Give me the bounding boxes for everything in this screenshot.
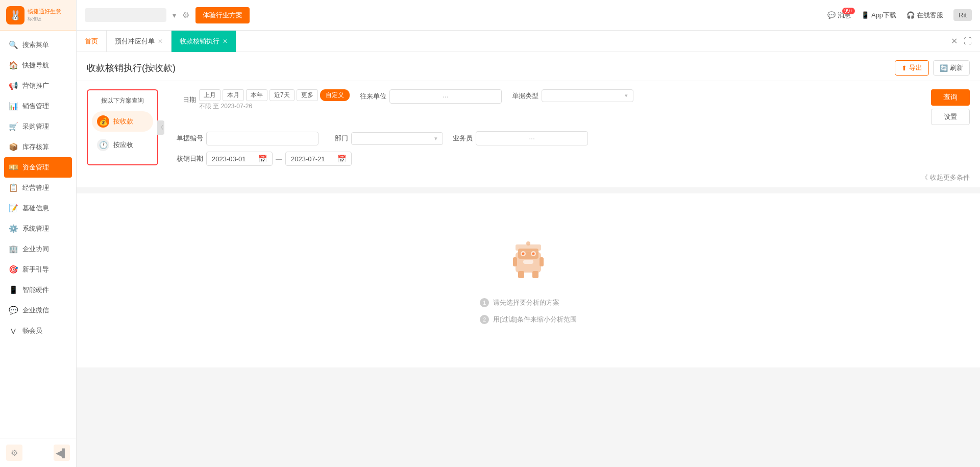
sidebar-item-member[interactable]: V 畅会员 — [0, 321, 76, 341]
wechat-icon: 💬 — [8, 305, 18, 315]
topbar-gear-btn[interactable]: ⚙ — [182, 10, 189, 20]
logo-icon: 🐰 — [6, 6, 24, 24]
refresh-icon: 🔄 — [940, 64, 948, 72]
page-title: 收款核销执行(按收款) — [87, 62, 176, 74]
filter-sidebar: 按以下方案查询 💰 按收款 🕐 按应收 《 — [87, 89, 158, 165]
maximize-btn[interactable]: ⛶ — [962, 35, 974, 48]
date-btn-custom[interactable]: 自定义 — [320, 89, 350, 101]
date-separator: — — [276, 155, 282, 163]
sidebar-item-purchase[interactable]: 🛒 采购管理 — [0, 116, 76, 137]
svg-point-12 — [526, 241, 530, 245]
sidebar-item-wechat[interactable]: 💬 企业微信 — [0, 300, 76, 321]
doc-number-input[interactable] — [206, 132, 318, 145]
settings-bottom-btn[interactable]: ⚙ — [6, 445, 22, 461]
guide-icon: 🎯 — [8, 264, 18, 275]
sidebar-item-basic[interactable]: 📝 基础信息 — [0, 198, 76, 218]
empty-tip-1: 1 请先选择要分析的方案 — [480, 296, 576, 310]
filter-option-by-receipt[interactable]: 💰 按收款 — [92, 111, 153, 132]
tab-receipt-close[interactable]: ✕ — [223, 38, 228, 45]
collapse-sidebar-btn[interactable]: ◀▌ — [54, 445, 70, 461]
tip-num-2: 2 — [480, 315, 489, 324]
sidebar-item-guide[interactable]: 🎯 新手引导 — [0, 259, 76, 280]
filter-sidebar-collapse-btn[interactable]: 《 — [157, 120, 164, 135]
enterprise-icon: 🏢 — [8, 244, 18, 254]
export-icon: ⬆ — [901, 64, 907, 72]
counterparty-input[interactable]: ··· — [389, 89, 502, 104]
close-tab-btn[interactable]: ✕ — [949, 34, 960, 48]
doc-type-dropdown-arrow: ▾ — [625, 92, 628, 99]
topbar-dropdown-btn[interactable]: ▾ — [173, 11, 176, 19]
date-btn-7days[interactable]: 近7天 — [270, 89, 295, 101]
sidebar-bottom: ⚙ ◀▌ — [0, 438, 76, 467]
query-btn[interactable]: 查询 — [931, 89, 970, 106]
empty-tips: 1 请先选择要分析的方案 2 用[过滤]条件来缩小分析范围 — [480, 296, 576, 327]
member-icon: V — [8, 326, 18, 336]
sidebar-item-inventory[interactable]: 📦 库存核算 — [0, 137, 76, 157]
writeoff-date-end-input[interactable]: 2023-07-21 📅 — [285, 152, 352, 166]
sidebar-item-operations[interactable]: 📋 经营管理 — [0, 178, 76, 198]
sidebar-item-enterprise[interactable]: 🏢 企业协同 — [0, 239, 76, 259]
date-btn-this-year[interactable]: 本年 — [246, 89, 267, 101]
writeoff-date-start-input[interactable]: 2023-03-01 📅 — [206, 152, 273, 166]
doc-number-field: 单据编号 — [175, 132, 318, 145]
export-btn[interactable]: ⬆ 导出 — [895, 60, 929, 76]
doc-type-label: 单据类型 — [510, 91, 538, 101]
settings-btn[interactable]: 设置 — [931, 109, 970, 125]
service-icon: 🎧 — [906, 11, 915, 19]
calendar-start-icon[interactable]: 📅 — [258, 155, 267, 163]
collapse-more-btn[interactable]: 《 收起更多条件 — [175, 170, 970, 187]
tabbar-actions: ✕ ⛶ — [949, 34, 980, 48]
dept-field: 部门 ▾ — [327, 132, 443, 145]
app-icon: 📱 — [861, 11, 869, 19]
date-btn-this-month[interactable]: 本月 — [223, 89, 244, 101]
page-header: 收款核销执行(按收款) ⬆ 导出 🔄 刷新 — [77, 52, 980, 81]
sidebar-item-finance[interactable]: 💴 资金管理 — [4, 157, 72, 178]
doc-type-select[interactable]: ▾ — [542, 89, 633, 102]
refresh-btn[interactable]: 🔄 刷新 — [933, 60, 970, 76]
date-btn-last-month[interactable]: 上月 — [199, 89, 220, 101]
marketing-icon: 📢 — [8, 81, 18, 91]
filter-sidebar-title: 按以下方案查询 — [92, 96, 153, 105]
sidebar-item-search[interactable]: 🔍 搜索菜单 — [0, 35, 76, 55]
logo-text: 畅捷通好生意 — [28, 8, 61, 15]
sidebar-item-system[interactable]: ⚙️ 系统管理 — [0, 218, 76, 239]
svg-rect-10 — [532, 271, 538, 278]
user-profile-btn[interactable]: Rit — [953, 9, 972, 21]
message-btn[interactable]: 💬 消息 99+ — [827, 11, 851, 20]
message-icon: 💬 — [827, 11, 836, 19]
topbar-search-input[interactable] — [85, 8, 166, 22]
system-icon: ⚙️ — [8, 224, 18, 234]
calendar-end-icon[interactable]: 📅 — [337, 155, 346, 163]
staff-input[interactable]: ··· — [476, 131, 588, 145]
sidebar-item-smart[interactable]: 📱 智能硬件 — [0, 280, 76, 300]
empty-illustration — [503, 234, 554, 285]
sidebar-item-marketing[interactable]: 📢 营销推广 — [0, 76, 76, 96]
svg-rect-6 — [523, 260, 533, 264]
receivable-filter-icon: 🕐 — [97, 139, 109, 151]
page-actions: ⬆ 导出 🔄 刷新 — [895, 60, 970, 76]
query-btn-group: 查询 设置 — [931, 89, 970, 125]
main-area: ▾ ⚙ 体验行业方案 💬 消息 99+ 📱 App下载 🎧 在线客服 Rit 首… — [77, 0, 980, 467]
tab-receipt[interactable]: 收款核销执行 ✕ — [172, 31, 236, 52]
topbar-right: 💬 消息 99+ 📱 App下载 🎧 在线客服 Rit — [827, 9, 972, 21]
sidebar-nav: 🔍 搜索菜单 🏠 快捷导航 📢 营销推广 📊 销售管理 🛒 采购管理 📦 库存核… — [0, 31, 76, 438]
dept-select[interactable]: ▾ — [351, 132, 443, 145]
sidebar-item-quicknav[interactable]: 🏠 快捷导航 — [0, 55, 76, 76]
sales-icon: 📊 — [8, 101, 18, 111]
date-btn-more[interactable]: 更多 — [297, 89, 318, 101]
sidebar-item-sales[interactable]: 📊 销售管理 — [0, 96, 76, 116]
app-download-btn[interactable]: 📱 App下载 — [861, 11, 896, 20]
online-service-btn[interactable]: 🎧 在线客服 — [906, 11, 943, 20]
writeoff-date-label: 核销日期 — [175, 154, 203, 163]
inventory-icon: 📦 — [8, 142, 18, 152]
tab-home[interactable]: 首页 — [77, 31, 107, 52]
home-icon: 🏠 — [8, 60, 18, 70]
writeoff-date-field: 核销日期 2023-03-01 📅 — 2023-07-21 📅 — [175, 152, 352, 166]
tab-prepay-close[interactable]: ✕ — [158, 38, 163, 45]
counterparty-field: 往来单位 ··· — [358, 89, 502, 104]
logo-badge: 标准版 — [28, 16, 61, 22]
svg-rect-9 — [518, 271, 524, 278]
filter-option-by-receivable[interactable]: 🕐 按应收 — [92, 135, 153, 155]
industry-solution-btn[interactable]: 体验行业方案 — [195, 7, 250, 23]
tab-prepay[interactable]: 预付冲应付单 ✕ — [107, 31, 172, 52]
